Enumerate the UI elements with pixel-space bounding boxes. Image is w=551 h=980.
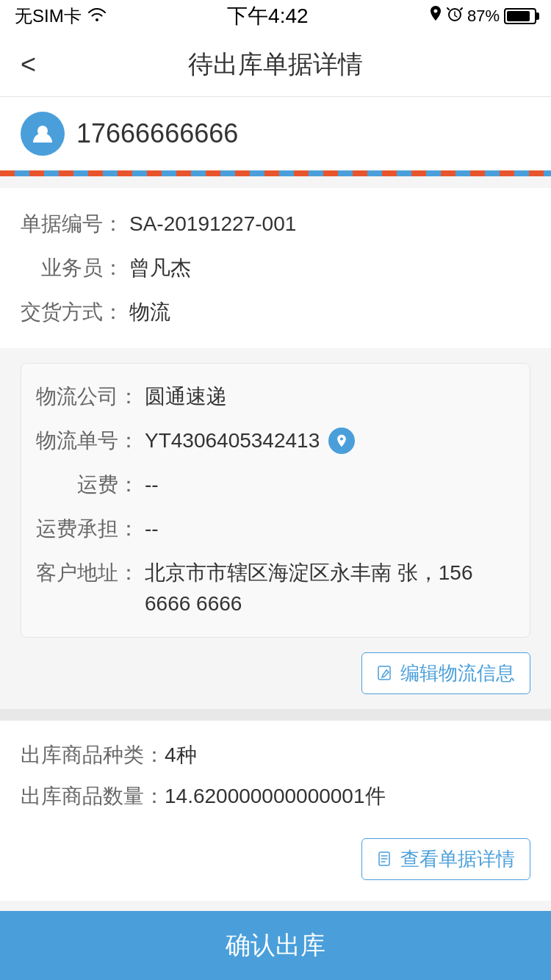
logistics-card: 物流公司： 圆通速递 物流单号： YT43064053424​13 运费： --… — [21, 363, 530, 638]
logistics-tracking-label: 物流单号： — [36, 425, 139, 456]
order-number-label: 单据编号： — [21, 209, 123, 239]
confirm-btn-wrap: 确认出库 — [0, 911, 551, 980]
view-detail-button[interactable]: 查看单据详情 — [361, 838, 530, 880]
alarm-status-icon — [447, 6, 463, 26]
page-title: 待出库单据详情 — [188, 48, 363, 82]
freight-label: 运费： — [36, 469, 139, 500]
agent-label: 业务员： — [21, 253, 123, 284]
logistics-tracking-value: YT43064053424​13 — [139, 425, 515, 456]
delivery-value: 物流 — [123, 297, 530, 328]
wifi-icon — [87, 6, 107, 26]
agent-value: 曾凡杰 — [123, 253, 530, 284]
logistics-company-value: 圆通速递 — [139, 381, 515, 412]
edit-btn-row: 编辑物流信息 — [0, 652, 551, 709]
battery-icon — [504, 8, 536, 24]
carrier-text: 无SIM卡 — [15, 4, 82, 28]
freight-bearer-row: 运费承担： -- — [36, 514, 515, 544]
freight-bearer-value: -- — [139, 514, 515, 544]
freight-value: -- — [139, 469, 515, 500]
tracking-location-icon[interactable] — [328, 428, 355, 454]
status-time: 下午4:42 — [227, 2, 309, 30]
view-detail-row: 查看单据详情 — [0, 838, 551, 901]
order-number-row: 单据编号： SA-20191227-001 — [21, 209, 530, 239]
freight-row: 运费： -- — [36, 469, 515, 500]
user-phone: 17666666666 — [76, 118, 238, 149]
goods-type-row: 出库商品种类： 4种 — [21, 741, 530, 769]
delivery-label: 交货方式： — [21, 297, 123, 328]
section-separator — [0, 709, 551, 721]
status-left: 无SIM卡 — [15, 4, 107, 28]
delivery-row: 交货方式： 物流 — [21, 297, 530, 328]
document-icon — [377, 851, 395, 868]
dashed-divider — [0, 170, 551, 176]
goods-quantity-label: 出库商品数量： — [21, 782, 165, 810]
status-right: 87% — [429, 6, 536, 26]
logistics-tracking-row: 物流单号： YT43064053424​13 — [36, 425, 515, 456]
freight-bearer-label: 运费承担： — [36, 514, 139, 544]
goods-quantity-value: 14.620000000000001件 — [165, 782, 530, 810]
confirm-outbound-button[interactable]: 确认出库 — [226, 929, 325, 962]
goods-type-label: 出库商品种类： — [21, 741, 165, 769]
goods-quantity-row: 出库商品数量： 14.620000000000001件 — [21, 782, 530, 810]
status-bar: 无SIM卡 下午4:42 87% — [0, 0, 551, 32]
order-number-value: SA-20191227-001 — [123, 209, 530, 239]
address-value: 北京市市辖区海淀区永丰南 张，156 6666 6666 — [139, 558, 515, 619]
user-row: 17666666666 — [0, 97, 551, 170]
back-button[interactable]: < — [21, 49, 36, 80]
logistics-company-row: 物流公司： 圆通速递 — [36, 381, 515, 412]
edit-logistics-label: 编辑物流信息 — [400, 660, 515, 686]
logistics-company-label: 物流公司： — [36, 381, 139, 412]
tracking-number: YT43064053424​13 — [145, 425, 320, 456]
address-label: 客户地址： — [36, 558, 139, 588]
edit-icon — [377, 665, 395, 682]
view-detail-label: 查看单据详情 — [400, 846, 515, 872]
goods-type-value: 4种 — [165, 741, 530, 769]
address-row: 客户地址： 北京市市辖区海淀区永丰南 张，156 6666 6666 — [36, 558, 515, 619]
avatar — [21, 112, 65, 156]
order-info-section: 单据编号： SA-20191227-001 业务员： 曾凡杰 交货方式： 物流 — [0, 188, 551, 348]
edit-logistics-button[interactable]: 编辑物流信息 — [361, 652, 530, 694]
agent-row: 业务员： 曾凡杰 — [21, 253, 530, 284]
goods-section: 出库商品种类： 4种 出库商品数量： 14.620000000000001件 — [0, 721, 551, 838]
battery-percentage: 87% — [467, 7, 500, 26]
location-status-icon — [429, 6, 442, 26]
nav-bar: < 待出库单据详情 — [0, 32, 551, 97]
